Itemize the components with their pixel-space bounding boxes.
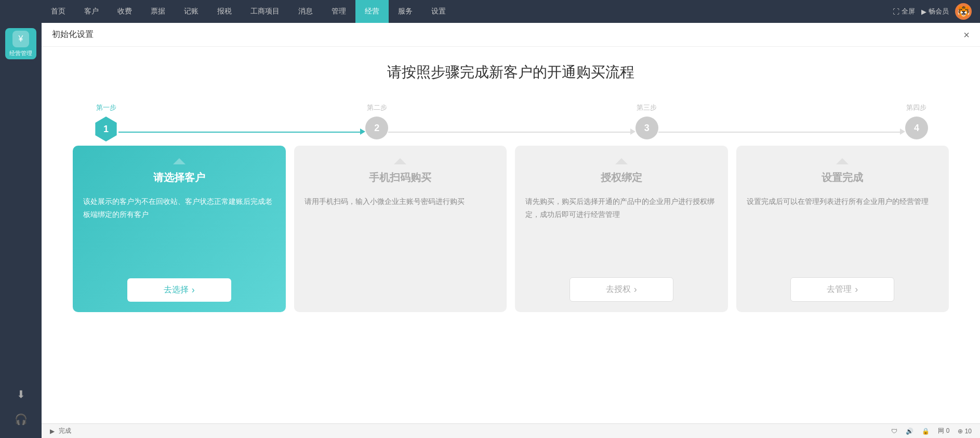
connector-line-3 xyxy=(658,132,900,133)
main-layout: ¥ 经营管理 ⬇ 🎧 初始化设置 × 请按照步骤完成新客户的开通购买流程 xyxy=(0,23,980,438)
nav-item-message[interactable]: 消息 xyxy=(289,0,322,23)
card-1-btn-area: 去选择 › xyxy=(83,268,275,302)
flow-title: 请按照步骤完成新客户的开通购买流程 xyxy=(62,62,959,82)
nav-item-manage[interactable]: 管理 xyxy=(322,0,355,23)
step-4-label: 第四步 xyxy=(906,103,926,112)
card-2-btn-area xyxy=(304,291,497,302)
card-pointer-3 xyxy=(615,158,628,164)
step-circle-1: 1 xyxy=(94,117,118,141)
fullscreen-icon: ⛶ xyxy=(893,8,899,16)
nav-item-fee[interactable]: 收费 xyxy=(108,0,141,23)
card-2-title: 手机扫码购买 xyxy=(304,171,497,185)
counter-display: 网 0 xyxy=(938,427,949,435)
steps-progress-row: 第一步 1 第二步 2 第三步 xyxy=(62,103,959,141)
status-bar-right: 🛡 🔊 🔒 网 0 ⊕ 10 xyxy=(891,427,972,435)
main-content: 请按照步骤完成新客户的开通购买流程 第一步 1 第二步 2 xyxy=(42,47,980,423)
sidebar-item-label: 经营管理 xyxy=(9,49,32,57)
close-button[interactable]: × xyxy=(963,30,970,40)
sidebar-bottom: ⬇ 🎧 xyxy=(10,384,31,438)
arrow-2 xyxy=(630,128,635,135)
go-authorize-button[interactable]: 去授权 › xyxy=(570,277,673,302)
nav-item-account[interactable]: 记账 xyxy=(175,0,208,23)
vip-icon: ▶ xyxy=(921,8,926,16)
sidebar: ¥ 经营管理 ⬇ 🎧 xyxy=(0,23,42,438)
headset-icon[interactable]: 🎧 xyxy=(10,409,31,430)
play-icon: ▶ xyxy=(50,428,55,435)
step-node-1: 第一步 1 xyxy=(94,103,118,141)
arrow-3 xyxy=(900,128,905,135)
sidebar-item-operation[interactable]: ¥ 经营管理 xyxy=(5,28,36,59)
nav-right: ⛶ 全屏 ▶ 畅会员 🐯 xyxy=(893,3,980,20)
go-manage-button[interactable]: 去管理 › xyxy=(790,277,894,302)
page-title: 初始化设置 xyxy=(52,29,94,40)
nav-item-service[interactable]: 服务 xyxy=(389,0,422,23)
card-1-desc: 该处展示的客户为不在回收站、客户状态正常建账后完成老板端绑定的所有客户 xyxy=(83,195,275,268)
status-text: 完成 xyxy=(59,427,71,435)
go-authorize-arrow: › xyxy=(634,284,637,295)
step-node-2: 第二步 2 xyxy=(365,103,388,139)
avatar[interactable]: 🐯 xyxy=(955,3,972,20)
card-1-title: 请选择客户 xyxy=(83,171,275,185)
nav-item-settings[interactable]: 设置 xyxy=(422,0,455,23)
cards-row: 请选择客户 该处展示的客户为不在回收站、客户状态正常建账后完成老板端绑定的所有客… xyxy=(62,146,959,312)
card-3-btn-area: 去授权 › xyxy=(525,267,718,302)
step-card-4: 设置完成 设置完成后可以在管理列表进行所有企业用户的经营管理 去管理 › xyxy=(736,146,949,312)
step-circle-2: 2 xyxy=(365,117,388,139)
nav-item-operation[interactable]: 经营 xyxy=(355,0,389,23)
download-icon[interactable]: ⬇ xyxy=(10,384,31,405)
step-card-2: 手机扫码购买 请用手机扫码，输入小微企业主账号密码进行购买 xyxy=(294,146,507,312)
step-card-1: 请选择客户 该处展示的客户为不在回收站、客户状态正常建账后完成老板端绑定的所有客… xyxy=(73,146,286,312)
nav-item-tax[interactable]: 报税 xyxy=(208,0,241,23)
vip-label: 畅会员 xyxy=(929,7,949,16)
nav-item-bill[interactable]: 票据 xyxy=(141,0,175,23)
connector-line-2 xyxy=(388,132,630,133)
nav-item-home[interactable]: 首页 xyxy=(42,0,75,23)
content-area: 初始化设置 × 请按照步骤完成新客户的开通购买流程 第一步 1 xyxy=(42,23,980,438)
fullscreen-label: 全屏 xyxy=(902,7,915,16)
card-pointer-1 xyxy=(173,158,186,164)
card-4-btn-area: 去管理 › xyxy=(747,267,939,302)
step-node-4: 第四步 4 xyxy=(905,103,928,139)
step-3-label: 第三步 xyxy=(637,103,657,112)
go-select-label: 去选择 xyxy=(164,285,189,295)
connector-line-1 xyxy=(118,132,360,133)
top-navigation: 首页 客户 收费 票据 记账 报税 工商项目 消息 管理 经营 服务 设置 ⛶ … xyxy=(0,0,980,23)
yuan-icon: ¥ xyxy=(12,31,29,47)
step-node-3: 第三步 3 xyxy=(635,103,658,139)
avatar-icon: 🐯 xyxy=(957,5,970,18)
nav-item-business[interactable]: 工商项目 xyxy=(241,0,289,23)
page-header: 初始化设置 × xyxy=(42,23,980,47)
step-card-3: 授权绑定 请先购买，购买后选择开通的产品中的企业用户进行授权绑定，成功后即可进行… xyxy=(515,146,728,312)
nav-item-client[interactable]: 客户 xyxy=(75,0,108,23)
card-3-title: 授权绑定 xyxy=(525,171,718,185)
arrow-1 xyxy=(360,128,365,135)
vip-button[interactable]: ▶ 畅会员 xyxy=(921,7,949,16)
nav-items: 首页 客户 收费 票据 记账 报税 工商项目 消息 管理 经营 服务 设置 xyxy=(42,0,893,23)
card-pointer-2 xyxy=(394,158,406,164)
lock-icon: 🔒 xyxy=(922,428,930,435)
card-4-desc: 设置完成后可以在管理列表进行所有企业用户的经营管理 xyxy=(747,195,939,267)
card-2-desc: 请用手机扫码，输入小微企业主账号密码进行购买 xyxy=(304,195,497,291)
card-pointer-4 xyxy=(836,158,849,164)
card-4-title: 设置完成 xyxy=(747,171,939,185)
go-select-arrow: › xyxy=(192,285,195,295)
step-2-label: 第二步 xyxy=(367,103,387,112)
step-circle-4: 4 xyxy=(905,117,928,139)
status-bar: ▶ 完成 🛡 🔊 🔒 网 0 ⊕ 10 xyxy=(42,423,980,438)
go-manage-arrow: › xyxy=(855,284,858,295)
step-1-label: 第一步 xyxy=(96,103,116,112)
go-select-button[interactable]: 去选择 › xyxy=(127,278,231,302)
fullscreen-button[interactable]: ⛶ 全屏 xyxy=(893,7,915,16)
volume-icon: 🔊 xyxy=(906,428,913,435)
shield-icon: 🛡 xyxy=(891,428,897,435)
go-manage-label: 去管理 xyxy=(827,284,852,295)
zoom-display: ⊕ 10 xyxy=(958,428,972,435)
card-3-desc: 请先购买，购买后选择开通的产品中的企业用户进行授权绑定，成功后即可进行经营管理 xyxy=(525,195,718,267)
step-circle-3: 3 xyxy=(635,117,658,139)
go-authorize-label: 去授权 xyxy=(606,284,631,295)
